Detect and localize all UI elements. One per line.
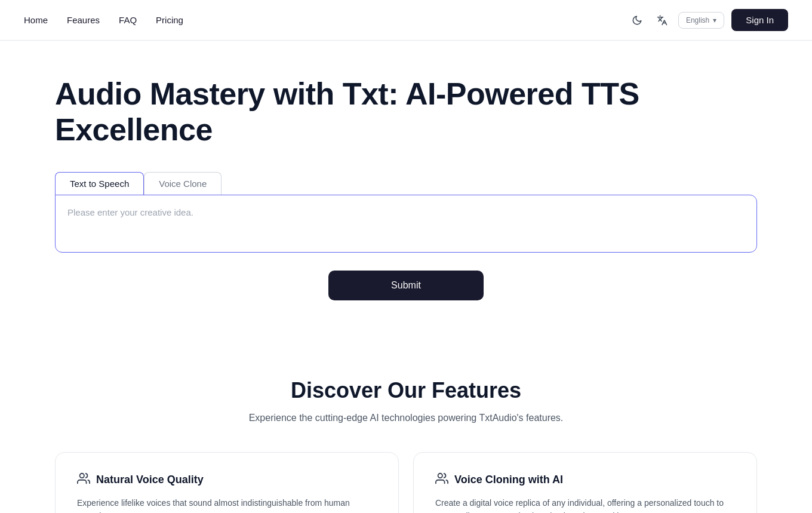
- translate-icon: [657, 15, 668, 26]
- natural-voice-label: Natural Voice Quality: [96, 474, 204, 486]
- features-title: Discover Our Features: [55, 378, 757, 403]
- navbar: Home Feaures FAQ Pricing English ▾ Sign …: [0, 0, 812, 41]
- dark-mode-toggle[interactable]: [628, 11, 646, 29]
- voice-cloning-desc: Create a digital voice replica of any in…: [435, 496, 735, 513]
- svg-point-0: [80, 473, 84, 477]
- tabs-container: Text to Speech Voice Clone: [55, 172, 222, 195]
- nav-right: English ▾ Sign In: [628, 9, 788, 31]
- tab-text-to-speech[interactable]: Text to Speech: [55, 172, 144, 195]
- features-grid: Natural Voice Quality Experience lifelik…: [55, 452, 757, 513]
- natural-voice-desc: Experience lifelike voices that sound al…: [77, 496, 377, 513]
- feature-card-natural-voice: Natural Voice Quality Experience lifelik…: [55, 452, 399, 513]
- translate-button[interactable]: [653, 11, 671, 29]
- main-content: Audio Mastery with Txt: AI-Powered TTS E…: [0, 41, 812, 342]
- tab-voice-clone[interactable]: Voice Clone: [144, 172, 222, 195]
- language-selector[interactable]: English ▾: [678, 12, 724, 29]
- language-label: English: [686, 16, 709, 24]
- features-subtitle: Experience the cutting-edge AI technolog…: [55, 413, 757, 423]
- features-section: Discover Our Features Experience the cut…: [0, 342, 812, 513]
- nav-left: Home Feaures FAQ Pricing: [24, 15, 183, 25]
- sign-in-button[interactable]: Sign In: [731, 9, 788, 31]
- nav-link-features[interactable]: Feaures: [67, 15, 100, 25]
- textarea-wrapper: [55, 195, 757, 253]
- nav-link-home[interactable]: Home: [24, 15, 48, 25]
- nav-link-faq[interactable]: FAQ: [119, 15, 137, 25]
- moon-icon: [632, 15, 642, 26]
- chevron-down-icon: ▾: [713, 16, 716, 24]
- tts-section: Text to Speech Voice Clone: [55, 172, 757, 253]
- feature-natural-voice-title: Natural Voice Quality: [77, 472, 377, 488]
- natural-voice-icon: [77, 472, 90, 488]
- voice-cloning-icon: [435, 472, 448, 488]
- creative-idea-input[interactable]: [56, 195, 756, 250]
- svg-point-1: [438, 473, 442, 477]
- feature-voice-cloning-title: Voice Cloning with AI: [435, 472, 735, 488]
- submit-button[interactable]: Submit: [328, 271, 484, 300]
- feature-card-voice-cloning: Voice Cloning with AI Create a digital v…: [413, 452, 757, 513]
- hero-title: Audio Mastery with Txt: AI-Powered TTS E…: [55, 76, 757, 148]
- voice-cloning-label: Voice Cloning with AI: [454, 474, 563, 486]
- nav-link-pricing[interactable]: Pricing: [156, 15, 183, 25]
